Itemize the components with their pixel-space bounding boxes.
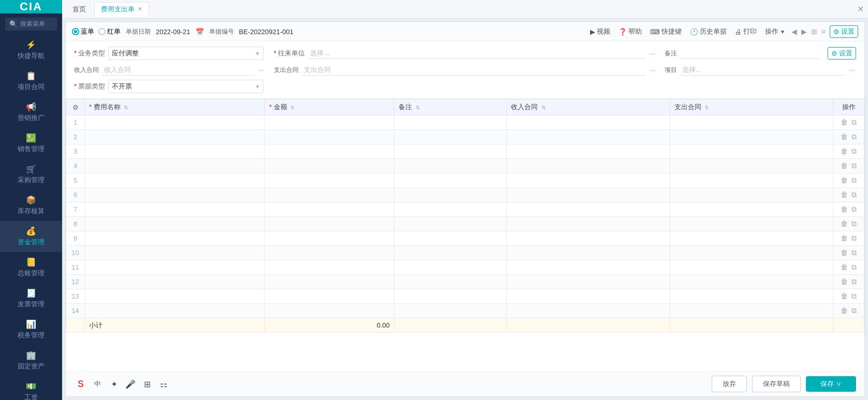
amount-cell[interactable] [265, 188, 394, 202]
income-contract-cell[interactable] [507, 130, 670, 144]
amount-cell[interactable] [265, 217, 394, 231]
expense-name-cell[interactable] [85, 202, 265, 217]
sidebar-item-sales-mgmt[interactable]: 💹 销售管理 [0, 128, 62, 159]
expense-contract-cell[interactable] [670, 275, 833, 289]
copy-icon[interactable]: ⧉ [851, 118, 857, 126]
remark-cell[interactable] [394, 115, 507, 130]
expense-name-cell[interactable] [85, 144, 265, 159]
grid-small-icon[interactable]: ⚏ [157, 377, 170, 391]
save-draft-button[interactable]: 保存草稿 [752, 376, 801, 392]
sort-icon-amount[interactable]: ⇅ [290, 105, 295, 110]
copy-icon[interactable]: ⧉ [851, 176, 857, 184]
income-contract-cell[interactable] [507, 217, 670, 231]
expense-contract-cell[interactable] [670, 202, 833, 217]
delete-icon[interactable]: 🗑 [841, 176, 848, 184]
expense-contract-cell[interactable] [670, 159, 833, 173]
expense-contract-cell[interactable] [670, 289, 833, 304]
expense-name-cell[interactable] [85, 304, 265, 318]
sidebar-item-project-contract[interactable]: 📋 项目合同 [0, 66, 62, 97]
expense-contract-cell[interactable] [670, 130, 833, 144]
remark-cell[interactable] [394, 217, 507, 231]
prev-record-arrow[interactable]: ◀ [791, 27, 797, 36]
income-contract-cell[interactable] [507, 115, 670, 130]
sidebar-item-marketing[interactable]: 📢 营销推广 [0, 97, 62, 128]
expense-name-cell[interactable] [85, 260, 265, 275]
income-contract-cell[interactable] [507, 275, 670, 289]
video-btn[interactable]: ▶ 视频 [588, 26, 612, 37]
expense-contract-more[interactable]: ··· [649, 66, 657, 74]
delete-icon[interactable]: 🗑 [841, 306, 848, 315]
expense-contract-cell[interactable] [670, 231, 833, 246]
remark-cell[interactable] [394, 188, 507, 202]
expense-contract-cell[interactable] [670, 144, 833, 159]
add-icon[interactable]: ✦ [107, 377, 121, 391]
delete-icon[interactable]: 🗑 [841, 248, 848, 257]
sort-icon-expense[interactable]: ⇅ [704, 105, 709, 110]
expense-name-cell[interactable] [85, 115, 265, 130]
copy-icon[interactable]: ⧉ [851, 161, 857, 170]
list-view-icon[interactable]: ≡ [821, 27, 826, 36]
income-contract-cell[interactable] [507, 246, 670, 260]
sort-icon-remark[interactable]: ⇅ [416, 105, 420, 110]
sidebar-item-fixed-assets[interactable]: 🏢 固定资产 [0, 345, 62, 376]
amount-cell[interactable] [265, 304, 394, 318]
sidebar-item-ledger-mgmt[interactable]: 📒 总账管理 [0, 252, 62, 283]
amount-cell[interactable] [265, 231, 394, 246]
help-btn[interactable]: ❓ 帮助 [616, 26, 644, 37]
income-contract-cell[interactable] [507, 202, 670, 217]
amount-cell[interactable] [265, 275, 394, 289]
remark-cell[interactable] [394, 173, 507, 188]
remark-cell[interactable] [394, 246, 507, 260]
mic-icon[interactable]: 🎤 [124, 377, 137, 391]
operation-btn[interactable]: 操作 ▼ [763, 26, 787, 37]
expense-contract-cell[interactable] [670, 188, 833, 202]
sidebar-item-salary[interactable]: 💵 工资 [0, 376, 62, 400]
income-contract-cell[interactable] [507, 304, 670, 318]
expense-name-cell[interactable] [85, 188, 265, 202]
expense-name-cell[interactable] [85, 231, 265, 246]
expense-name-cell[interactable] [85, 130, 265, 144]
copy-icon[interactable]: ⧉ [851, 147, 857, 155]
sidebar-item-inventory[interactable]: 📦 库存核算 [0, 190, 62, 221]
project-more[interactable]: ··· [848, 66, 856, 74]
zhong-icon[interactable]: 中 [91, 377, 104, 391]
calendar-icon[interactable]: 📅 [196, 28, 204, 36]
remark-cell[interactable] [394, 202, 507, 217]
copy-icon[interactable]: ⧉ [851, 292, 857, 300]
income-contract-cell[interactable] [507, 289, 670, 304]
income-contract-input[interactable] [102, 64, 254, 76]
delete-icon[interactable]: 🗑 [841, 161, 848, 170]
sidebar-item-purchase-mgmt[interactable]: 🛒 采购管理 [0, 159, 62, 190]
search-bar[interactable]: 🔍 搜索菜单 [5, 18, 57, 31]
expense-name-cell[interactable] [85, 289, 265, 304]
income-contract-cell[interactable] [507, 188, 670, 202]
delete-icon[interactable]: 🗑 [841, 292, 848, 300]
delete-icon[interactable]: 🗑 [841, 190, 848, 199]
delete-icon[interactable]: 🗑 [841, 118, 848, 126]
col-gear[interactable]: ⚙ [66, 99, 85, 115]
settings-btn-2[interactable]: ⚙ 设置 [828, 47, 856, 60]
invoice-type-select[interactable]: 不开票 ▼ [108, 80, 263, 93]
grid-view-icon[interactable]: ⊞ [811, 27, 817, 36]
next-record-arrow[interactable]: ▶ [801, 27, 807, 36]
delete-icon[interactable]: 🗑 [841, 277, 848, 286]
gear-icon[interactable]: ⚙ [72, 103, 79, 111]
delete-icon[interactable]: 🗑 [841, 205, 848, 213]
save-button[interactable]: 保存 ∨ [806, 376, 856, 392]
expense-contract-cell[interactable] [670, 115, 833, 130]
amount-cell[interactable] [265, 289, 394, 304]
expense-name-cell[interactable] [85, 275, 265, 289]
remark-cell[interactable] [394, 260, 507, 275]
copy-icon[interactable]: ⧉ [851, 306, 857, 315]
amount-cell[interactable] [265, 202, 394, 217]
biz-type-select[interactable]: 应付调整 ▼ [108, 47, 263, 60]
history-btn[interactable]: 🕐 历史单据 [688, 26, 729, 37]
income-contract-cell[interactable] [507, 231, 670, 246]
delete-icon[interactable]: 🗑 [841, 219, 848, 228]
expense-name-cell[interactable] [85, 217, 265, 231]
income-contract-cell[interactable] [507, 144, 670, 159]
sidebar-item-quick-nav[interactable]: ⚡ 快捷导航 [0, 35, 62, 66]
expense-contract-cell[interactable] [670, 246, 833, 260]
tab-expense[interactable]: 费用支出单 ✕ [94, 2, 149, 17]
amount-cell[interactable] [265, 159, 394, 173]
